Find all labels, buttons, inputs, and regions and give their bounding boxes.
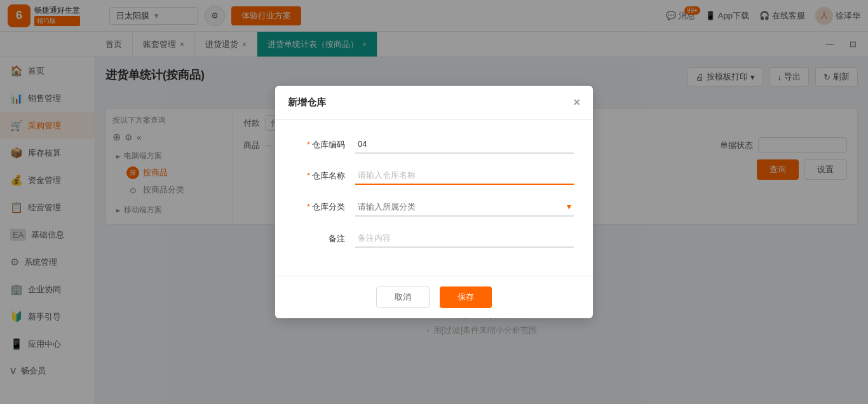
form-remark-label: 备注 <box>294 233 345 245</box>
new-warehouse-modal: 新增仓库 × 仓库编码 仓库名称 仓库分类 ▾ <box>275 86 593 318</box>
modal-close-button[interactable]: × <box>573 96 580 109</box>
warehouse-category-selector[interactable]: ▾ <box>355 198 574 217</box>
modal-footer: 取消 保存 <box>275 276 593 318</box>
warehouse-name-input[interactable] <box>355 166 574 185</box>
modal-body: 仓库编码 仓库名称 仓库分类 ▾ 备注 <box>275 120 593 276</box>
form-row-category: 仓库分类 ▾ <box>294 198 574 217</box>
warehouse-remark-input[interactable] <box>355 229 574 248</box>
modal-title: 新增仓库 <box>288 97 326 109</box>
warehouse-code-input[interactable] <box>355 135 574 154</box>
modal-header: 新增仓库 × <box>275 86 593 120</box>
cancel-button[interactable]: 取消 <box>376 286 430 308</box>
form-row-remark: 备注 <box>294 229 574 248</box>
save-button[interactable]: 保存 <box>440 286 492 308</box>
category-dropdown-arrow: ▾ <box>567 201 571 212</box>
modal-overlay: 新增仓库 × 仓库编码 仓库名称 仓库分类 ▾ <box>0 0 868 404</box>
form-row-code: 仓库编码 <box>294 135 574 154</box>
warehouse-category-input[interactable] <box>358 202 567 212</box>
form-category-label: 仓库分类 <box>294 201 345 213</box>
form-code-label: 仓库编码 <box>294 139 345 151</box>
form-name-label: 仓库名称 <box>294 170 345 182</box>
form-row-name: 仓库名称 <box>294 166 574 185</box>
